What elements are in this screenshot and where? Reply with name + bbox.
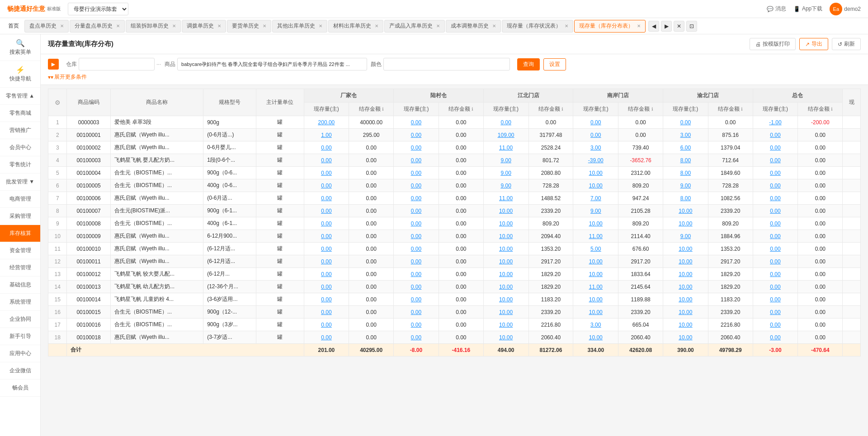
table-cell[interactable]: 0.00 <box>753 217 798 230</box>
table-cell[interactable]: 11.00 <box>483 141 528 154</box>
sidebar-item-marketing[interactable]: 营销推广 <box>0 122 40 139</box>
tab-transfer[interactable]: 调拨单历史 ✕ <box>182 20 226 33</box>
tab-cost-adjust[interactable]: 成本调整单历史 ✕ <box>446 20 501 33</box>
tab-expand-btn[interactable]: ⊡ <box>686 21 697 32</box>
table-cell[interactable]: 0.00 <box>753 268 798 281</box>
warehouse-input[interactable] <box>79 58 155 70</box>
table-cell[interactable]: 10.00 <box>483 243 528 255</box>
table-cell[interactable]: 10.00 <box>483 255 528 268</box>
table-cell[interactable]: 0.00 <box>394 205 439 217</box>
table-cell[interactable]: 0.00 <box>304 293 349 306</box>
table-cell[interactable]: 0.00 <box>394 268 439 281</box>
table-cell[interactable]: 0.00 <box>663 116 708 129</box>
user-area[interactable]: Ea demo2 <box>830 3 861 15</box>
table-cell[interactable]: 109.00 <box>483 129 528 141</box>
sidebar-item-system[interactable]: 系统管理 <box>0 294 40 311</box>
table-cell[interactable]: 0.00 <box>394 141 439 154</box>
sidebar-item-ecom[interactable]: 电商管理 <box>0 191 40 208</box>
table-cell[interactable]: 10.00 <box>573 179 618 192</box>
table-cell[interactable]: 9.00 <box>573 205 618 217</box>
table-cell[interactable]: 8.00 <box>663 154 708 167</box>
table-cell[interactable]: 10.00 <box>483 205 528 217</box>
close-icon[interactable]: ✕ <box>492 23 496 28</box>
table-cell[interactable]: 10.00 <box>483 268 528 281</box>
table-cell[interactable]: 0.00 <box>753 319 798 331</box>
sidebar-item-member[interactable]: 会员中心 <box>0 139 40 156</box>
table-cell[interactable]: 9.00 <box>483 154 528 167</box>
table-cell[interactable]: 0.00 <box>304 192 349 205</box>
warehouse-dots[interactable]: ··· <box>156 61 161 67</box>
table-cell[interactable]: 0.00 <box>394 281 439 293</box>
tab-assembly[interactable]: 组装拆卸单历史 ✕ <box>126 20 181 33</box>
table-cell[interactable]: 10.00 <box>483 293 528 306</box>
sidebar-item-app-center[interactable]: 应用中心 <box>0 345 40 362</box>
table-cell[interactable]: 0.00 <box>394 192 439 205</box>
expand-conditions-btn[interactable]: ▾▾ 展开更多条件 <box>48 73 861 81</box>
sidebar-item-guide[interactable]: 新手引导 <box>0 328 40 345</box>
table-cell[interactable]: 0.00 <box>304 306 349 319</box>
tab-other-out[interactable]: 其他出库单历史 ✕ <box>272 20 327 33</box>
table-cell[interactable]: 10.00 <box>663 255 708 268</box>
tab-product-in[interactable]: 产成品入库单历史 ✕ <box>384 20 445 33</box>
table-cell[interactable]: 10.00 <box>483 217 528 230</box>
sidebar-item-search[interactable]: 🔍 搜索英单 <box>0 34 40 61</box>
table-cell[interactable]: 9.00 <box>483 167 528 179</box>
table-cell[interactable]: 0.00 <box>304 230 349 243</box>
table-cell[interactable]: 10.00 <box>663 268 708 281</box>
table-cell[interactable]: 11.00 <box>573 281 618 293</box>
table-cell[interactable]: 10.00 <box>573 331 618 344</box>
export-btn[interactable]: ↗ 导出 <box>799 38 828 50</box>
table-cell[interactable]: 0.00 <box>304 141 349 154</box>
table-cell[interactable]: 0.00 <box>394 306 439 319</box>
tab-prev-btn[interactable]: ◀ <box>648 21 659 32</box>
table-cell[interactable]: 0.00 <box>753 141 798 154</box>
table-cell[interactable]: 10.00 <box>483 306 528 319</box>
close-icon[interactable]: ✕ <box>172 23 176 28</box>
close-icon[interactable]: ✕ <box>116 23 120 28</box>
filter-toggle-btn[interactable]: ► <box>48 59 59 70</box>
sidebar-item-enterprise[interactable]: 企业协同 <box>0 311 40 328</box>
industry-selector[interactable]: 母婴行业演示陈套 <box>68 3 128 15</box>
table-cell[interactable]: 10.00 <box>663 217 708 230</box>
close-icon[interactable]: ✕ <box>319 23 322 28</box>
table-cell[interactable]: 10.00 <box>663 293 708 306</box>
sidebar-item-retail-store[interactable]: 零售商城 <box>0 105 40 122</box>
table-cell[interactable]: 11.00 <box>573 230 618 243</box>
table-cell[interactable]: 0.00 <box>753 331 798 344</box>
table-cell[interactable]: 0.00 <box>394 179 439 192</box>
table-cell[interactable]: 0.00 <box>304 268 349 281</box>
table-cell[interactable]: 0.00 <box>394 129 439 141</box>
table-cell[interactable]: 0.00 <box>394 319 439 331</box>
sidebar-item-retail[interactable]: 零售管理 ▲ <box>0 88 40 105</box>
table-cell[interactable]: 0.00 <box>304 281 349 293</box>
table-cell[interactable]: 10.00 <box>483 319 528 331</box>
close-icon[interactable]: ✕ <box>263 23 266 28</box>
table-cell[interactable]: 0.00 <box>394 116 439 129</box>
table-cell[interactable]: 11.00 <box>483 192 528 205</box>
table-cell[interactable]: 0.00 <box>304 319 349 331</box>
table-cell[interactable]: 0.00 <box>304 154 349 167</box>
table-cell[interactable]: 0.00 <box>753 230 798 243</box>
table-cell[interactable]: 0.00 <box>304 331 349 344</box>
sidebar-item-member2[interactable]: 畅会员 <box>0 380 40 397</box>
table-cell[interactable]: 0.00 <box>394 154 439 167</box>
table-cell[interactable]: 0.00 <box>304 255 349 268</box>
table-cell[interactable]: 0.00 <box>753 154 798 167</box>
table-cell[interactable]: 5.00 <box>573 243 618 255</box>
close-icon[interactable]: ✕ <box>60 23 64 28</box>
table-cell[interactable]: 9.00 <box>663 230 708 243</box>
print-btn[interactable]: 🖨 按模版打印 <box>750 38 796 50</box>
tab-close-all-btn[interactable]: ✕ <box>674 21 684 32</box>
sidebar-item-wechat[interactable]: 企业微信 <box>0 362 40 380</box>
tab-material-out[interactable]: 材料出库单历史 ✕ <box>328 20 383 33</box>
table-cell[interactable]: 10.00 <box>663 243 708 255</box>
table-cell[interactable]: 9.00 <box>663 179 708 192</box>
table-cell[interactable]: 0.00 <box>573 129 618 141</box>
table-cell[interactable]: 0.00 <box>394 331 439 344</box>
tab-purchase[interactable]: 要货单历史 ✕ <box>227 20 271 33</box>
table-cell[interactable]: -1.00 <box>753 116 798 129</box>
table-cell[interactable]: 0.00 <box>394 167 439 179</box>
refresh-btn[interactable]: ↺ 刷新 <box>832 38 861 50</box>
column-settings-icon[interactable]: ⚙ <box>55 99 61 106</box>
table-cell[interactable]: 0.00 <box>304 217 349 230</box>
